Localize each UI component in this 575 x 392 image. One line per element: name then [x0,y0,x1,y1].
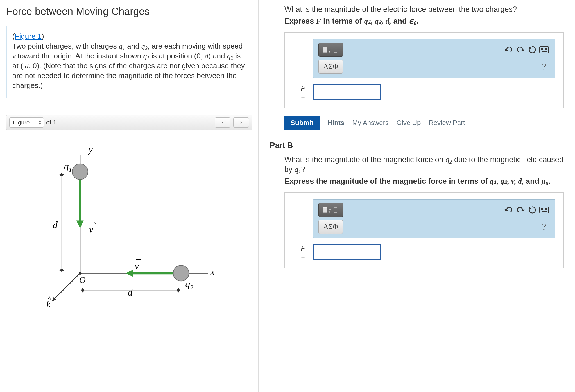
toolbar-help-button-b[interactable]: ? [538,221,550,232]
svg-rect-65 [545,209,546,210]
svg-rect-49 [546,49,547,50]
figure-selector[interactable]: Figure 1 ▲▼ [9,117,44,128]
templates-button[interactable]: □ √ [318,43,343,57]
keyboard-icon [539,207,549,213]
answer-box-b: □ √ [284,192,564,268]
part-b-heading: Part B [270,141,564,150]
svg-text:k: k [46,299,51,309]
svg-rect-34 [323,47,327,52]
greek-button[interactable]: ΑΣΦ [318,60,343,74]
reset-button[interactable] [526,44,538,56]
keyboard-button[interactable] [538,44,550,56]
keyboard-button-b[interactable] [538,204,550,216]
undo-icon [504,206,513,214]
reset-icon [528,206,536,214]
part-b-prompt: What is the magnitude of the magnetic fo… [284,155,564,175]
stepper-icon: ▲▼ [38,120,42,125]
figure-count: of 1 [46,119,56,126]
undo-button-b[interactable] [503,204,515,216]
hints-link[interactable]: Hints [327,119,344,127]
figure-header: Figure 1 ▲▼ of 1 ‹ › [6,115,252,130]
svg-rect-67 [542,211,547,212]
template-icon: □ √ [322,46,339,54]
problem-statement: (Figure 1) Two point charges, with charg… [6,26,252,98]
submit-button[interactable]: Submit [284,116,320,130]
svg-rect-66 [546,209,547,210]
equation-toolbar: □ √ [313,39,555,78]
undo-button[interactable] [503,44,515,56]
svg-rect-51 [323,207,327,212]
svg-rect-45 [541,49,542,50]
svg-rect-40 [541,48,542,49]
svg-text:d: d [128,287,133,298]
svg-rect-59 [544,208,544,209]
svg-text:v: v [89,225,94,235]
svg-rect-46 [542,49,543,50]
svg-marker-38 [529,47,531,49]
svg-rect-43 [545,48,546,49]
keyboard-icon [539,46,549,53]
action-row-a: Submit Hints My Answers Give Up Review P… [284,116,564,130]
svg-rect-62 [541,209,542,210]
svg-rect-44 [546,48,547,49]
reset-icon [528,46,536,54]
figure-next-button[interactable]: › [233,117,249,128]
svg-text:√: √ [328,49,330,54]
my-answers-link[interactable]: My Answers [352,119,388,127]
svg-rect-37 [334,47,338,52]
svg-rect-64 [544,209,544,210]
svg-text:x: x [210,267,215,277]
svg-rect-60 [545,208,546,209]
reset-button-b[interactable] [526,204,538,216]
svg-text:q2: q2 [185,279,193,291]
svg-text:d: d [53,220,58,230]
part-a-express: Express F in terms of q₁, q₂, d, and ϵ0. [284,17,564,26]
answer-lhs-b: F = [293,244,313,260]
svg-rect-58 [542,208,543,209]
redo-icon [516,206,525,214]
toolbar-help-button[interactable]: ? [538,61,550,72]
svg-rect-48 [545,49,546,50]
answer-input-a[interactable] [313,84,381,100]
figure-panel: y x O ^ k q1 → v d [6,130,252,332]
part-b-express: Express the magnitude of the magnetic fo… [284,177,564,186]
undo-icon [504,46,513,53]
part-a-prompt: What is the magnitude of the electric fo… [284,4,564,14]
answer-lhs: F = [293,84,313,100]
svg-text:v: v [135,261,139,271]
give-up-link[interactable]: Give Up [397,119,421,127]
redo-button-b[interactable] [515,204,526,216]
svg-rect-42 [544,48,544,49]
svg-text:O: O [79,275,86,285]
figure-diagram: y x O ^ k q1 → v d [12,139,246,324]
svg-marker-25 [126,269,133,277]
redo-icon [516,46,525,53]
page-title: Force between Moving Charges [6,6,252,17]
svg-rect-54 [334,207,338,212]
greek-button-b[interactable]: ΑΣΦ [318,220,343,234]
svg-point-10 [72,164,88,179]
svg-rect-50 [542,51,547,52]
svg-rect-47 [544,49,544,50]
svg-rect-63 [542,209,543,210]
equation-toolbar-b: □ √ [313,199,555,238]
svg-text:q1: q1 [64,161,72,173]
svg-rect-61 [546,208,547,209]
answer-box-a: □ √ [284,32,564,108]
template-icon: □ √ [322,206,339,214]
svg-line-6 [53,273,80,300]
answer-input-b[interactable] [313,244,381,260]
svg-marker-55 [529,207,531,210]
svg-text:√: √ [328,209,330,214]
svg-rect-57 [541,208,542,209]
figure-link[interactable]: Figure 1 [15,32,42,40]
svg-text:y: y [88,144,93,154]
svg-marker-13 [76,220,84,228]
redo-button[interactable] [515,44,526,56]
figure-prev-button[interactable]: ‹ [215,117,230,128]
templates-button-b[interactable]: □ √ [318,203,343,217]
svg-rect-41 [542,48,543,49]
review-part-link[interactable]: Review Part [429,119,465,127]
